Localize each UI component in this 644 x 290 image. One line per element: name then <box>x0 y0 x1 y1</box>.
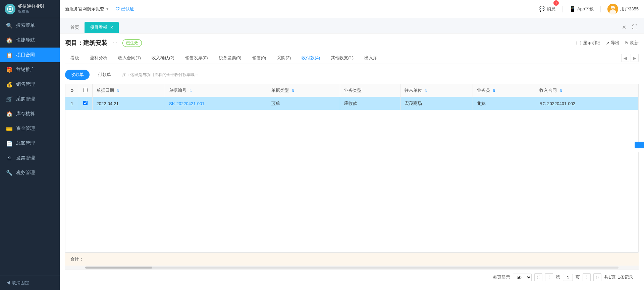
subtab-warehouse[interactable]: 出入库 <box>359 52 383 64</box>
salesperson-col[interactable]: 业务员 ⇅ <box>473 84 535 97</box>
pagination: 每页显示 50 100 200 ⟨⟨ ⟨ 第 页 ⟩ ⟩⟩ 共1页, 1条记录 <box>65 270 639 285</box>
subtab-income-confirm[interactable]: 收入确认(2) <box>146 52 180 64</box>
tab-close-project-board[interactable]: ✕ <box>110 25 113 30</box>
income-contract-col[interactable]: 收入合同 ⇅ <box>535 84 638 97</box>
subtab-next-arrow[interactable]: ▶ <box>631 54 639 62</box>
refresh-icon: ↻ <box>625 41 629 46</box>
table-header-row: ⚙ 单据日期 ⇅ 单据编号 ⇅ 单据类型 ⇅ 业务类型 往来单位 ⇅ 业务员 ⇅… <box>65 84 638 97</box>
project-dropdown-icon[interactable]: ▾ <box>106 6 109 11</box>
topbar: 新服务官网演示账套 ▾ 🛡 已认证 💬 消息 1 📱 App下载 <box>60 0 644 18</box>
ledger-icon: 📄 <box>6 140 13 147</box>
payment-expense-tab[interactable]: 付款单 <box>92 70 117 80</box>
table-row[interactable]: 1 2022-04-21 SK-20220421-001 蓝单 应收款 宏茂商场… <box>65 97 638 110</box>
subtab-other-expense[interactable]: 其他收支(1) <box>325 52 359 64</box>
maximize-window-button[interactable]: ⛶ <box>631 23 639 31</box>
unpin-button[interactable]: ◀ 取消固定 <box>0 276 60 290</box>
tab-label-project-board: 项目看板 <box>90 24 107 30</box>
refresh-button[interactable]: ↻ 刷新 <box>625 40 639 46</box>
finance-icon: 💳 <box>6 125 13 132</box>
sidebar-item-marketing[interactable]: 🎁 营销推广 <box>0 62 60 77</box>
export-button[interactable]: ↗ 导出 <box>606 40 620 46</box>
avatar <box>607 4 618 14</box>
sidebar-item-ledger[interactable]: 📄 总账管理 <box>0 136 60 151</box>
subtab-sales[interactable]: 销售(0) <box>247 52 272 64</box>
sidebar-item-search[interactable]: 🔍 搜索菜单 <box>0 18 60 33</box>
partner-col[interactable]: 往来单位 ⇅ <box>400 84 473 97</box>
sidebar-item-label-inventory: 库存核算 <box>16 111 35 117</box>
topbar-project: 新服务官网演示账套 ▾ 🛡 已认证 <box>65 6 539 12</box>
project-header-right: 显示明细 ↗ 导出 ↻ 刷新 <box>577 40 639 46</box>
tab-label-home: 首页 <box>70 24 79 30</box>
export-label: 导出 <box>611 40 620 46</box>
scrollbar-thumb[interactable] <box>85 267 152 269</box>
show-detail-checkbox[interactable]: 显示明细 <box>577 40 600 46</box>
last-page-button[interactable]: ⟩⟩ <box>593 273 601 281</box>
subtab-prev-arrow[interactable]: ◀ <box>621 54 629 62</box>
show-detail-input[interactable] <box>577 41 581 45</box>
total-pages-label: 共1页, 1条记录 <box>604 274 633 280</box>
tab-project-board[interactable]: 项目看板✕ <box>85 22 119 33</box>
message-button[interactable]: 💬 消息 1 <box>539 6 555 12</box>
row-date-0: 2022-04-21 <box>92 97 165 110</box>
svg-point-2 <box>611 6 615 10</box>
search-icon: 🔍 <box>6 22 13 29</box>
prev-page-button[interactable]: ⟨ <box>545 273 553 281</box>
sidebar-item-label-finance: 资金管理 <box>16 126 35 132</box>
subtab-tax-invoice[interactable]: 税务发票(0) <box>213 52 247 64</box>
subtab-purchase[interactable]: 采购(2) <box>271 52 296 64</box>
more-options-button[interactable]: ··· <box>113 40 117 46</box>
payment-receipt-tab[interactable]: 收款单 <box>65 70 90 80</box>
app-download-button[interactable]: 📱 App下载 <box>569 6 594 12</box>
subtab-payment[interactable]: 收付款(4) <box>296 52 325 64</box>
row-salesperson-0: 龙妹 <box>473 97 535 110</box>
number-col[interactable]: 单据编号 ⇅ <box>165 84 267 97</box>
project-icon: 📋 <box>6 52 13 58</box>
subtab-profit[interactable]: 盈利分析 <box>85 52 113 64</box>
sidebar-item-tax[interactable]: 🔧 税务管理 <box>0 165 60 180</box>
feedback-tab[interactable]: 意见反馈 <box>635 142 644 148</box>
divider1 <box>562 6 562 12</box>
export-icon: ↗ <box>606 41 609 46</box>
sidebar-item-invoice[interactable]: 🖨 发票管理 <box>0 151 60 165</box>
total-row: 合计： <box>65 252 639 266</box>
project-status-badge: 已生效 <box>122 39 142 47</box>
divider2 <box>600 6 601 12</box>
select-all-checkbox[interactable] <box>83 88 88 92</box>
close-window-button[interactable]: ✕ <box>620 23 628 31</box>
subtab-income-contract[interactable]: 收入合同(1) <box>113 52 146 64</box>
horizontal-scrollbar[interactable] <box>65 266 639 270</box>
sidebar-item-shortcut[interactable]: 🏠 快捷导航 <box>0 33 60 48</box>
shortcut-icon: 🏠 <box>6 37 13 44</box>
sidebar-item-purchase[interactable]: 🛒 采购管理 <box>0 92 60 106</box>
message-icon: 💬 <box>539 6 545 12</box>
type-col[interactable]: 单据类型 ⇅ <box>267 84 340 97</box>
row-checkbox-0[interactable] <box>79 97 92 110</box>
tab-home[interactable]: 首页 <box>65 22 85 33</box>
project-selector-label: 新服务官网演示账套 <box>65 6 104 12</box>
sidebar-item-finance[interactable]: 💳 资金管理 <box>0 121 60 136</box>
logo-icon <box>5 4 15 14</box>
user-label: 用户3355 <box>620 6 639 12</box>
app-name: 畅捷通好业财 <box>18 4 44 9</box>
sidebar-item-inventory[interactable]: 🏠 库存核算 <box>0 106 60 121</box>
user-menu[interactable]: 用户3355 <box>607 4 639 14</box>
certified-badge: 🛡 已认证 <box>115 6 134 12</box>
sidebar-item-label-project: 项目合同 <box>16 52 35 58</box>
row-partner-0: 宏茂商场 <box>400 97 473 110</box>
subtabs: 看板盈利分析收入合同(1)收入确认(2)销售发票(0)税务发票(0)销售(0)采… <box>65 52 639 64</box>
settings-col[interactable]: ⚙ <box>65 84 79 97</box>
next-page-button[interactable]: ⟩ <box>583 273 591 281</box>
page-number-input[interactable] <box>563 274 573 281</box>
show-detail-label: 显示明细 <box>583 40 600 46</box>
sidebar-item-project[interactable]: 📋 项目合同 <box>0 48 60 62</box>
main-area: 新服务官网演示账套 ▾ 🛡 已认证 💬 消息 1 📱 App下载 <box>60 0 644 290</box>
row-number-0[interactable]: SK-20220421-001 <box>165 97 267 110</box>
page-size-select[interactable]: 50 100 200 <box>513 274 532 281</box>
subtab-sales-invoice[interactable]: 销售发票(0) <box>180 52 213 64</box>
row-number-link-0[interactable]: SK-20220421-001 <box>169 101 205 106</box>
first-page-button[interactable]: ⟨⟨ <box>534 273 542 281</box>
date-col[interactable]: 单据日期 ⇅ <box>92 84 165 97</box>
subtab-kanban[interactable]: 看板 <box>65 52 85 64</box>
sidebar-item-sales[interactable]: 💰 销售管理 <box>0 77 60 92</box>
inventory-icon: 🏠 <box>6 111 13 117</box>
